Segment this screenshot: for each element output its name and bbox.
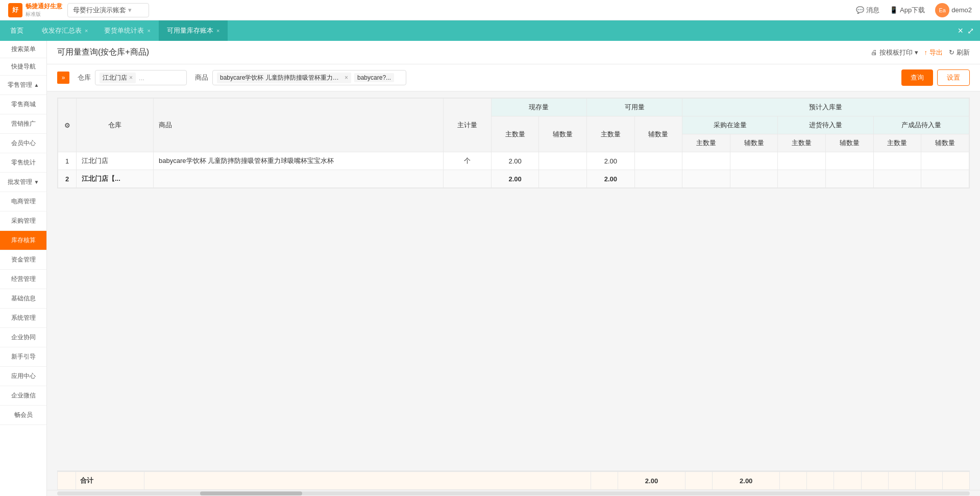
purchase-transit-header: 采购在途量 [682, 116, 778, 134]
sidebar-item-marketing[interactable]: 营销推广 [0, 114, 46, 134]
sidebar-item-enterprise-collab[interactable]: 企业协同 [0, 328, 46, 347]
refresh-button[interactable]: ↻ 刷新 [949, 48, 970, 57]
row-1-purchase-transit-main [682, 152, 730, 170]
product-pending-main-header: 主数量 [873, 134, 921, 152]
product-tag-2: babycare?... [354, 73, 394, 82]
sidebar-item-basic-info[interactable]: 基础信息 [0, 289, 46, 309]
scroll-track [57, 491, 970, 495]
sidebar-item-retail-mgmt[interactable]: 零售管理 ▲ [0, 76, 46, 95]
close-tab-order-stats[interactable]: × [147, 28, 150, 34]
row-1-purchase-transit-aux [730, 152, 778, 170]
row-2-stock-aux [539, 170, 587, 188]
footer-available-main: 2.00 [713, 472, 780, 490]
main-layout: 搜索菜单 快捷导航 零售管理 ▲ 零售商城 营销推广 会员中心 零售统计 批发管… [0, 41, 980, 496]
tenant-selector[interactable]: 母婴行业演示账套 ▾ [67, 3, 149, 17]
tab-available-ledger[interactable]: 可用量库存账本 × [159, 20, 228, 41]
sidebar-item-retail-stats[interactable]: 零售统计 [0, 153, 46, 173]
remove-warehouse-tag[interactable]: × [129, 74, 133, 81]
template-print-button[interactable]: 🖨 按模板打印 ▾ [871, 48, 918, 57]
footer-purchase-transit-aux [834, 472, 861, 490]
close-tab-receive-summary[interactable]: × [85, 28, 88, 34]
horizontal-scrollbar[interactable] [47, 490, 980, 496]
export-button[interactable]: ↑ 导出 [924, 48, 943, 57]
sidebar-item-enterprise-wechat[interactable]: 企业微信 [0, 386, 46, 406]
logo: 好 畅捷通好生意 标准版 [8, 2, 62, 18]
sidebar-item-retail-mall[interactable]: 零售商城 [0, 95, 46, 114]
top-bar: 好 畅捷通好生意 标准版 母婴行业演示账套 ▾ 💬 消息 📱 App下载 Ea … [0, 0, 980, 20]
settings-button[interactable]: 设置 [937, 69, 970, 86]
row-1-stock-aux [539, 152, 587, 170]
footer-label: 合计 [76, 472, 144, 490]
warehouse-more-button[interactable]: ... [139, 74, 144, 82]
refresh-icon: ↻ [949, 49, 954, 56]
warehouse-filter-group: 仓库 江北门店 × ... [78, 70, 187, 85]
sidebar-item-wholesale-mgmt[interactable]: 批发管理 ▼ [0, 173, 46, 192]
row-1-product: babycare学饮杯 儿童防摔防撞吸管杯重力球吸嘴杯宝宝水杯 [154, 152, 444, 170]
row-2-warehouse: 江北门店【... [77, 170, 154, 188]
warehouse-label: 仓库 [78, 73, 91, 82]
table-row: 2 江北门店【... 2.00 2.00 [58, 170, 969, 188]
remove-product-tag-1[interactable]: × [345, 74, 348, 81]
sidebar-item-member[interactable]: 畅会员 [0, 406, 46, 425]
warehouse-tag: 江北门店 × [100, 73, 136, 83]
sidebar-item-new-guide[interactable]: 新手引导 [0, 347, 46, 367]
message-button[interactable]: 💬 消息 [856, 6, 879, 15]
sidebar-item-app-center[interactable]: 应用中心 [0, 367, 46, 386]
expected-inbound-group-header: 预计入库量 [682, 99, 969, 116]
table-settings-header[interactable]: ⚙ [58, 99, 77, 152]
row-2-product-pending-aux [921, 170, 969, 188]
available-main-qty-header: 主数量 [587, 116, 635, 152]
sidebar-item-member-center[interactable]: 会员中心 [0, 134, 46, 153]
query-button[interactable]: 查询 [901, 69, 933, 86]
export-icon: ↑ [924, 49, 928, 56]
sidebar-item-inventory-check[interactable]: 库存核算 [0, 231, 46, 250]
row-2-available-aux [634, 170, 682, 188]
expand-tab-button[interactable]: ⤢ [967, 26, 974, 36]
scroll-thumb[interactable] [200, 491, 302, 495]
row-2-inbound-pending-main [778, 170, 826, 188]
row-1-stock-main: 2.00 [491, 152, 539, 170]
sidebar-item-ops-mgmt[interactable]: 经营管理 [0, 270, 46, 289]
filter-actions: 查询 设置 [901, 69, 970, 86]
row-1-available-aux [634, 152, 682, 170]
content-area: 可用量查询(按仓库+商品) 🖨 按模板打印 ▾ ↑ 导出 ↻ 刷新 [47, 41, 980, 496]
tab-home[interactable]: 首页 [0, 20, 34, 41]
chevron-down-icon: ▼ [34, 179, 39, 185]
sidebar-quick-nav[interactable]: 快捷导航 [0, 58, 46, 76]
app-download-button[interactable]: 📱 App下载 [890, 6, 925, 15]
inbound-pending-aux-header: 辅数量 [826, 134, 874, 152]
sidebar-item-ecommerce-mgmt[interactable]: 电商管理 [0, 192, 46, 211]
footer-product-pending-aux [942, 472, 969, 490]
chevron-up-icon: ▲ [34, 82, 39, 88]
logo-text: 畅捷通好生意 标准版 [26, 2, 62, 18]
stock-aux-qty-header: 辅数量 [539, 116, 587, 152]
row-2-available-main: 2.00 [587, 170, 635, 188]
footer-product-pending-main [915, 472, 942, 490]
page-title: 可用量查询(按仓库+商品) [57, 47, 149, 58]
close-tab-available-ledger[interactable]: × [216, 28, 219, 34]
footer-product-col [144, 472, 591, 490]
phone-icon: 📱 [890, 6, 898, 14]
table-area: ⚙ 仓库 商品 主计量 现存量 可用量 预计入库量 主数量 辅数量 [47, 91, 980, 470]
inbound-pending-main-header: 主数量 [778, 134, 826, 152]
available-group-header: 可用量 [587, 99, 682, 116]
warehouse-input[interactable]: 江北门店 × ... [95, 70, 187, 85]
close-all-tabs-button[interactable]: × [958, 26, 963, 36]
user-profile[interactable]: Ea demo2 [935, 3, 972, 17]
row-2-product [154, 170, 444, 188]
sidebar-search[interactable]: 搜索菜单 [0, 41, 46, 58]
tab-receive-summary[interactable]: 收发存汇总表 × [34, 20, 96, 41]
product-input[interactable]: babycare学饮杯 儿童防摔防撞吸管杯重力球吸嘴杯宝宝水杯 × babyca… [212, 70, 406, 85]
main-unit-col-header: 主计量 [444, 99, 492, 152]
sidebar-item-sys-mgmt[interactable]: 系统管理 [0, 309, 46, 328]
sidebar-item-finance-mgmt[interactable]: 资金管理 [0, 250, 46, 270]
sidebar-item-purchase-mgmt[interactable]: 采购管理 [0, 211, 46, 231]
footer-main-unit-col [591, 472, 618, 490]
inventory-table: ⚙ 仓库 商品 主计量 现存量 可用量 预计入库量 主数量 辅数量 [58, 98, 969, 188]
product-pending-aux-header: 辅数量 [921, 134, 969, 152]
tab-order-stats[interactable]: 要货单统计表 × [96, 20, 158, 41]
row-1-main-unit: 个 [444, 152, 492, 170]
product-label: 商品 [195, 73, 208, 82]
filter-expand-button[interactable]: » [57, 72, 69, 84]
table-container: ⚙ 仓库 商品 主计量 现存量 可用量 预计入库量 主数量 辅数量 [57, 98, 970, 188]
